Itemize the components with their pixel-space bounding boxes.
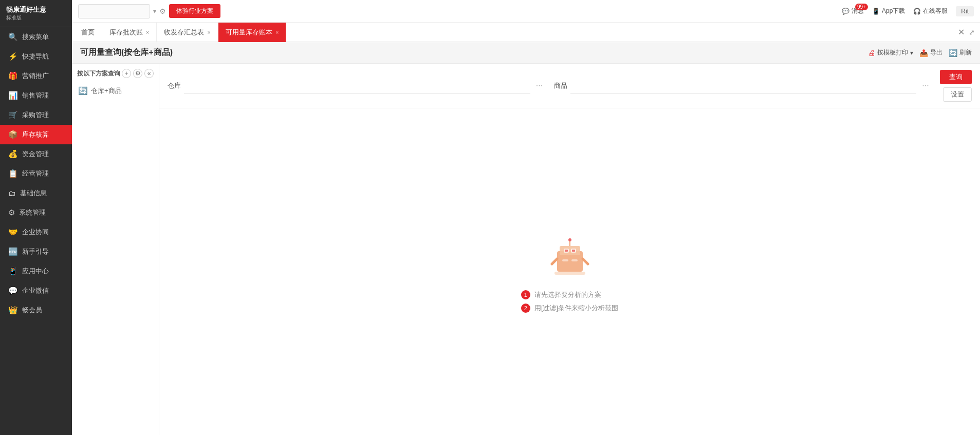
svg-line-9 (583, 259, 588, 264)
app-icon: 📱 (872, 8, 880, 15)
export-icon: 📤 (919, 49, 928, 57)
svg-rect-5 (572, 250, 575, 252)
search-input[interactable] (78, 4, 150, 18)
sidebar-item-quick-nav[interactable]: ⚡快捷导航 (0, 47, 72, 66)
empty-tip-1: 1 请先选择要分析的方案 (521, 290, 618, 299)
tab-batch-close-icon[interactable]: × (146, 29, 149, 35)
sidebar-item-marketing[interactable]: 🎁营销推广 (0, 66, 72, 86)
goods-input[interactable] (570, 78, 917, 93)
sidebar-item-label-base-info: 基础信息 (20, 188, 47, 198)
tab-available-close-icon[interactable]: × (275, 29, 279, 35)
tab-receive-close-icon[interactable]: × (207, 29, 210, 35)
base-info-icon: 🗂 (8, 189, 16, 198)
sidebar-item-wechat[interactable]: 💬企业微信 (0, 281, 72, 300)
close-all-tabs-icon[interactable]: ✕ (958, 27, 965, 37)
warehouse-filter-field: 仓库 ··· (168, 78, 546, 93)
sidebar-item-label-marketing: 营销推广 (22, 71, 49, 81)
refresh-button[interactable]: 🔄 刷新 (949, 48, 972, 57)
print-icon: 🖨 (868, 49, 875, 57)
add-scheme-button[interactable]: + (122, 69, 131, 78)
sidebar-item-operations[interactable]: 📋经营管理 (0, 164, 72, 183)
right-panel: 仓库 ··· 商品 ··· 查询 设置 (159, 64, 980, 435)
sidebar-item-label-operations: 经营管理 (22, 169, 49, 178)
inventory-icon: 📦 (8, 130, 18, 139)
svg-rect-10 (554, 272, 585, 275)
sidebar-item-inventory[interactable]: 📦库存核算 (0, 125, 72, 144)
user-profile-button[interactable]: Rit (956, 6, 974, 16)
scheme-header-title: 按以下方案查询 (77, 69, 120, 78)
scheme-warehouse-goods[interactable]: 🔄 仓库+商品 (72, 82, 159, 100)
sidebar-item-label-search: 搜索菜单 (22, 32, 49, 42)
sidebar-item-label-sales: 销售管理 (22, 91, 49, 100)
warehouse-more-button[interactable]: ··· (533, 80, 546, 92)
sidebar-item-label-newbie: 新手引导 (22, 247, 49, 256)
refresh-icon: 🔄 (949, 49, 957, 57)
purchase-icon: 🛒 (8, 110, 18, 120)
online-service-button[interactable]: 🎧 在线客服 (913, 7, 948, 15)
svg-rect-6 (562, 259, 568, 261)
sidebar-scroll: 🔍搜索菜单⚡快捷导航🎁营销推广📊销售管理🛒采购管理📦库存核算💰资金管理📋经营管理… (0, 27, 72, 435)
service-label: 在线客服 (923, 7, 948, 15)
collapse-scheme-button[interactable]: « (144, 69, 154, 78)
tip-text-2: 用[过滤]条件来缩小分析范围 (534, 304, 618, 313)
sidebar-item-label-wechat: 企业微信 (22, 286, 49, 295)
sidebar-item-finance[interactable]: 💰资金管理 (0, 144, 72, 164)
sidebar-item-sales[interactable]: 📊销售管理 (0, 86, 72, 105)
scheme-header: 按以下方案查询 + ⚙ « (72, 69, 159, 82)
settings-button[interactable]: 设置 (943, 87, 972, 102)
svg-rect-1 (560, 246, 580, 255)
svg-point-12 (568, 238, 571, 241)
trial-button[interactable]: 体验行业方案 (169, 4, 220, 18)
sidebar-item-newbie[interactable]: 🆕新手引导 (0, 242, 72, 261)
gear-icon[interactable]: ⚙ (159, 7, 166, 15)
topbar: ▾ ⚙ 体验行业方案 💬 消息 99+ 📱 App下载 🎧 在线客服 Rit (72, 0, 980, 23)
warehouse-input[interactable] (184, 78, 530, 93)
app-download-button[interactable]: 📱 App下载 (872, 7, 905, 15)
finance-icon: 💰 (8, 149, 18, 159)
tip-text-1: 请先选择要分析的方案 (534, 290, 601, 299)
app-label: App下载 (882, 7, 905, 15)
empty-tip-2: 2 用[过滤]条件来缩小分析范围 (521, 304, 618, 313)
settings-scheme-button[interactable]: ⚙ (133, 69, 142, 78)
goods-more-button[interactable]: ··· (919, 80, 932, 92)
scheme-panel: 按以下方案查询 + ⚙ « 🔄 仓库+商品 (72, 64, 159, 435)
logo-sub: 标准版 (6, 14, 66, 22)
empty-illustration (544, 231, 596, 282)
expand-icon[interactable]: ⤢ (969, 28, 975, 36)
sidebar-item-label-purchase: 采购管理 (22, 110, 49, 120)
filter-actions: 查询 设置 (940, 70, 972, 102)
tab-available-ledger[interactable]: 可用量库存账本 × (218, 23, 286, 42)
goods-filter-field: 商品 ··· (554, 78, 932, 93)
export-button[interactable]: 📤 导出 (919, 48, 942, 57)
sidebar-logo: 畅康通好生意 标准版 (0, 0, 72, 27)
svg-rect-7 (571, 259, 578, 261)
page-title: 可用量查询(按仓库+商品) (80, 47, 173, 58)
sidebar-item-purchase[interactable]: 🛒采购管理 (0, 105, 72, 125)
sidebar-item-app-center[interactable]: 📱应用中心 (0, 261, 72, 281)
tab-receive-label: 收发存汇总表 (164, 28, 204, 37)
tab-batch-account[interactable]: 库存批次账 × (102, 23, 157, 42)
print-button[interactable]: 🖨 按模板打印 ▾ (868, 48, 913, 57)
sidebar-item-search[interactable]: 🔍搜索菜单 (0, 27, 72, 47)
chevron-down-icon[interactable]: ▾ (153, 8, 156, 15)
empty-tips: 1 请先选择要分析的方案 2 用[过滤]条件来缩小分析范围 (521, 290, 618, 313)
tab-home-label: 首页 (81, 28, 95, 37)
tab-receive-summary[interactable]: 收发存汇总表 × (157, 23, 218, 42)
tip-num-1: 1 (521, 290, 530, 299)
main-area: ▾ ⚙ 体验行业方案 💬 消息 99+ 📱 App下载 🎧 在线客服 Rit (72, 0, 980, 435)
filter-row: 仓库 ··· 商品 ··· 查询 设置 (159, 64, 980, 108)
print-chevron-icon: ▾ (910, 49, 913, 56)
sidebar-item-base-info[interactable]: 🗂基础信息 (0, 183, 72, 203)
tabbar: 首页 库存批次账 × 收发存汇总表 × 可用量库存账本 × ✕ ⤢ (72, 23, 980, 42)
query-button[interactable]: 查询 (940, 70, 972, 84)
message-button[interactable]: 💬 消息 99+ (842, 7, 864, 15)
sidebar-item-member[interactable]: 👑畅会员 (0, 300, 72, 320)
print-label: 按模板打印 (877, 48, 908, 57)
user-label: Rit (961, 8, 969, 15)
sidebar-item-system[interactable]: ⚙系统管理 (0, 203, 72, 222)
svg-line-8 (552, 259, 557, 264)
tab-home[interactable]: 首页 (74, 23, 102, 42)
page-actions: 🖨 按模板打印 ▾ 📤 导出 🔄 刷新 (868, 48, 972, 57)
sidebar: 畅康通好生意 标准版 🔍搜索菜单⚡快捷导航🎁营销推广📊销售管理🛒采购管理📦库存核… (0, 0, 72, 435)
sidebar-item-coop[interactable]: 🤝企业协同 (0, 222, 72, 242)
